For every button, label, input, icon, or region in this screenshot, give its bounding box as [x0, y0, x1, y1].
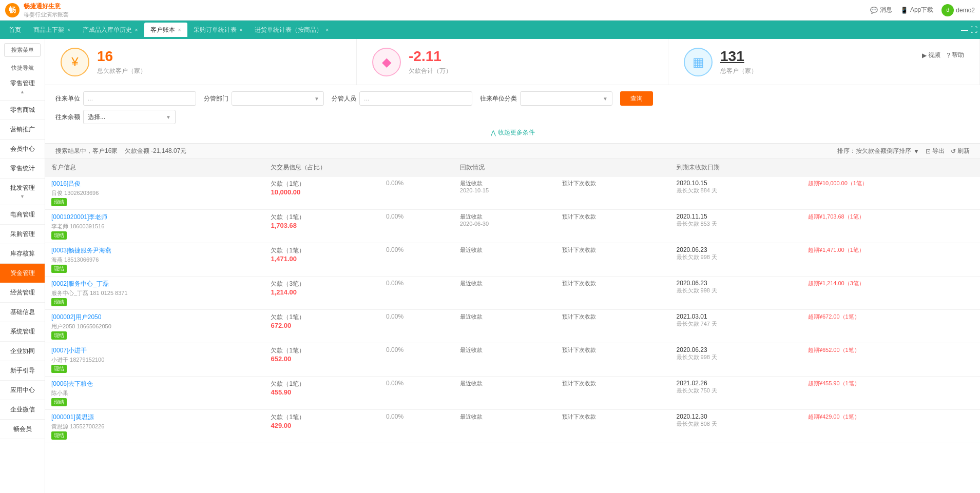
customer-name-link-1[interactable]: [0001020001]李老师 [51, 213, 258, 222]
balance-value: 选择... [88, 113, 105, 122]
sidebar-item-inventory[interactable]: 库存核算 [0, 244, 45, 264]
cell-overdue-amount-0: 超期¥10,000.00（1笔） [802, 176, 980, 210]
sidebar-item-retail-stat[interactable]: 零售统计 [0, 159, 45, 179]
stat-icon-3: ▦ [684, 48, 713, 76]
sidebar-item-retail-store[interactable]: 零售商城 [0, 101, 45, 120]
app-label: App下载 [910, 6, 933, 14]
sidebar-item-vip[interactable]: 畅会员 [0, 420, 45, 439]
stat-label-1: 总欠款客户（家） [97, 67, 146, 75]
user-area[interactable]: d demo2 [941, 4, 975, 16]
overdue-link-2[interactable]: 超期¥1,471.00（1笔） [808, 247, 864, 253]
overdue-link-3[interactable]: 超期¥1,214.00（3笔） [808, 280, 864, 286]
cell-debt-percent-5: 0.00% [380, 343, 454, 377]
th-debt-info: 欠交易信息（占比） [264, 159, 453, 176]
retail-manage-arrow: ▲ [20, 89, 25, 94]
cell-last-pay-3: 最近收款 [454, 277, 556, 310]
sidebar-item-retail-manage[interactable]: 零售管理 ▲ [0, 74, 45, 101]
sidebar-item-system[interactable]: 系统管理 [0, 322, 45, 342]
tab-minimize-icon[interactable]: — [961, 26, 968, 34]
result-count: 搜索结果中，客户16家 [55, 147, 118, 154]
tab-inbound-stat-close[interactable]: × [325, 27, 329, 33]
tab-product-history[interactable]: 产成品入库单历史 × [76, 23, 144, 37]
tab-product-history-label: 产成品入库单历史 [83, 26, 132, 34]
manager-input[interactable]: ... [359, 91, 472, 106]
overdue-link-6[interactable]: 超期¥455.90（1笔） [808, 380, 860, 386]
sidebar-item-purchase[interactable]: 采购管理 [0, 225, 45, 244]
th-payback: 回款情况 [454, 159, 670, 176]
overdue-link-5[interactable]: 超期¥652.00（1笔） [808, 347, 860, 353]
quick-nav-item[interactable]: 快捷导航 [0, 61, 45, 74]
tab-purchase-stat[interactable]: 采购订单统计表 × [187, 23, 249, 37]
sidebar-item-enterprise-wechat[interactable]: 企业微信 [0, 400, 45, 420]
tab-customer-account-close[interactable]: × [178, 27, 181, 33]
cell-due-date-6: 2021.02.26 最长欠款 750 天 [670, 377, 802, 410]
sidebar-item-new-guide[interactable]: 新手引导 [0, 361, 45, 381]
data-table-container: 客户信息 欠交易信息（占比） 回款情况 到期未收款日期 [0016]吕俊 吕俊 … [45, 159, 980, 493]
customer-name-link-4[interactable]: [000002]用户2050 [51, 313, 258, 322]
export-btn[interactable]: ⊡ 导出 [926, 147, 945, 155]
sidebar: 搜索菜单 快捷导航 零售管理 ▲ 零售商城 营销推广 会员中心 零售统计 批发管… [0, 39, 45, 493]
customer-name-link-3[interactable]: [0002]服务中心_丁磊 [51, 280, 258, 288]
app-download-btn[interactable]: 📱 App下载 [900, 6, 933, 14]
sidebar-item-enterprise-coop[interactable]: 企业协同 [0, 342, 45, 361]
filter-area: 往来单位 ... 分管部门 ▼ 分管人员 ... [45, 85, 980, 144]
unit-class-select[interactable]: ▼ [520, 91, 612, 106]
tab-inbound-stat[interactable]: 进货单统计表（按商品） × [248, 23, 335, 37]
sidebar-item-app-center[interactable]: 应用中心 [0, 381, 45, 400]
tab-product-off-label: 商品上下架 [33, 26, 64, 34]
balance-label: 往来余额 [55, 113, 80, 122]
balance-select[interactable]: 选择... ▼ [83, 110, 176, 124]
customer-name-link-5[interactable]: [0007]小进干 [51, 346, 258, 355]
cell-next-pay-0: 预计下次收款 [556, 176, 670, 210]
tab-product-off[interactable]: 商品上下架 × [27, 23, 76, 37]
tab-purchase-stat-close[interactable]: × [240, 27, 243, 33]
tab-product-history-close[interactable]: × [135, 27, 138, 33]
overdue-link-7[interactable]: 超期¥429.00（1笔） [808, 413, 860, 420]
customer-name-link-6[interactable]: [0006]去下粮仓 [51, 380, 258, 388]
help-btn[interactable]: ? 帮助 [947, 51, 964, 60]
content-area: ¥ 16 总欠款客户（家） ◆ -2.11 欠款合计（万） ▦ 131 总客户（… [45, 39, 980, 493]
cell-next-pay-7: 预计下次收款 [556, 410, 670, 443]
debt-amount-4: 672.00 [271, 322, 374, 329]
sidebar-item-marketing[interactable]: 营销推广 [0, 120, 45, 140]
tab-maximize-icon[interactable]: ⛶ [970, 26, 977, 34]
stat-value-3: 131 [720, 48, 757, 65]
customer-tag-1: 现结 [51, 231, 67, 240]
overdue-link-4[interactable]: 超期¥672.00（1笔） [808, 313, 860, 320]
sidebar-item-finance[interactable]: 资金管理 [0, 264, 45, 283]
message-btn[interactable]: 💬 消息 [870, 6, 892, 14]
dept-select[interactable]: ▼ [232, 91, 324, 106]
customer-name-link-0[interactable]: [0016]吕俊 [51, 180, 258, 188]
overdue-link-0[interactable]: 超期¥10,000.00（1笔） [808, 180, 868, 186]
tab-customer-account[interactable]: 客户账本 × [144, 23, 187, 37]
tab-controls: — ⛶ [961, 26, 977, 34]
from-unit-input[interactable]: ... [83, 91, 196, 106]
query-btn[interactable]: 查询 [620, 91, 653, 106]
customer-name-link-7[interactable]: [000001]黄思源 [51, 413, 258, 422]
sort-label: 排序：按欠款金额倒序排序 [837, 147, 911, 155]
tab-home[interactable]: 首页 [3, 23, 27, 37]
sidebar-item-batch-manage[interactable]: 批发管理 ▼ [0, 179, 45, 205]
debt-amount-7: 429.00 [271, 422, 374, 429]
cell-debt-count-5: 欠款（1笔） 652.00 [264, 343, 380, 377]
customer-tag-5: 现结 [51, 365, 67, 373]
cell-debt-percent-2: 0.00% [380, 243, 454, 277]
sidebar-item-ecommerce[interactable]: 电商管理 [0, 205, 45, 225]
tab-product-off-close[interactable]: × [67, 27, 70, 33]
video-icon: ▶ [922, 52, 927, 59]
cell-overdue-amount-4: 超期¥672.00（1笔） [802, 310, 980, 343]
cell-next-pay-6: 预计下次收款 [556, 377, 670, 410]
th-due-date: 到期未收款日期 [670, 159, 980, 176]
sidebar-item-basic[interactable]: 基础信息 [0, 303, 45, 322]
message-icon: 💬 [870, 7, 878, 14]
sidebar-item-member[interactable]: 会员中心 [0, 140, 45, 159]
sort-select[interactable]: 排序：按欠款金额倒序排序 ▼ [837, 147, 919, 155]
collapse-btn[interactable]: ⋀ 收起更多条件 [55, 128, 970, 137]
sidebar-search-btn[interactable]: 搜索菜单 [4, 43, 41, 57]
overdue-link-1[interactable]: 超期¥1,703.68（1笔） [808, 213, 864, 220]
video-help-btn[interactable]: ▶ 视频 [922, 51, 940, 60]
table-header-row: 客户信息 欠交易信息（占比） 回款情况 到期未收款日期 [45, 159, 980, 176]
sidebar-item-operations[interactable]: 经营管理 [0, 283, 45, 303]
customer-name-link-2[interactable]: [0003]畅捷服务尹海燕 [51, 246, 258, 255]
refresh-btn[interactable]: ↺ 刷新 [951, 147, 970, 155]
